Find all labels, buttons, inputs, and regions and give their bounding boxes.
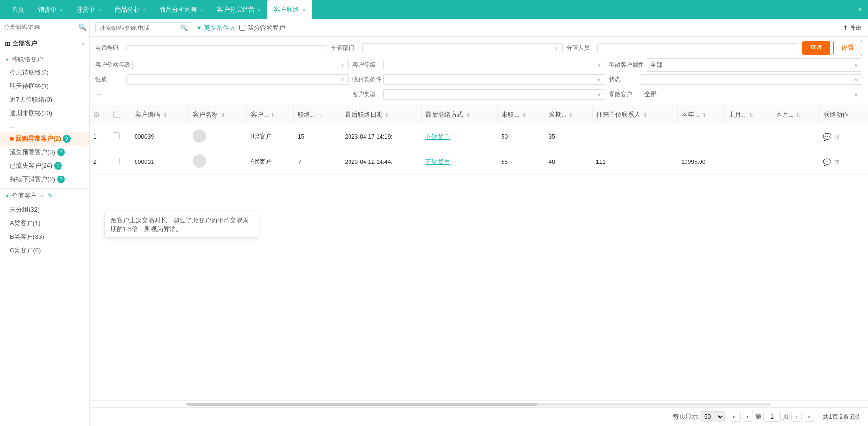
- overdue-sort-icon[interactable]: ⇅: [569, 112, 573, 118]
- nav-item-home[interactable]: 首页: [5, 0, 31, 19]
- this-year-sort-icon[interactable]: ⇅: [702, 112, 706, 118]
- row2-last-method-link[interactable]: 下销货单: [425, 158, 450, 165]
- contact-sort-icon[interactable]: ⇅: [319, 112, 322, 118]
- col-last-month: 上月... ⇅: [725, 105, 772, 124]
- per-page-select[interactable]: 50 20 100: [700, 411, 725, 422]
- phone-input[interactable]: [126, 45, 327, 50]
- row1-last-method-link[interactable]: 下销货单: [425, 133, 450, 140]
- customer-level-input[interactable]: ∨: [383, 60, 606, 70]
- more-dots[interactable]: ···: [95, 91, 100, 98]
- export-button[interactable]: ⬆ 导出: [843, 24, 862, 32]
- sidebar-item-b-class[interactable]: B类客户(33): [0, 230, 89, 244]
- status-input[interactable]: ∨: [640, 74, 862, 85]
- sidebar-item-today[interactable]: 今天待联络(0): [0, 66, 89, 79]
- gender-input[interactable]: ∨: [126, 74, 349, 85]
- table-gear-icon[interactable]: ⚙: [93, 110, 100, 118]
- nav-item-purchase[interactable]: 进货单 ×: [69, 0, 107, 19]
- settings-button[interactable]: 设置: [833, 41, 862, 55]
- row2-checkbox-input[interactable]: [113, 158, 120, 164]
- close-customer-tier-icon[interactable]: ×: [258, 7, 260, 13]
- name-sort-icon[interactable]: ⇅: [221, 112, 225, 118]
- price-level-input[interactable]: ∨: [132, 60, 349, 70]
- col-overdue: 逾期... ⇅: [545, 105, 592, 124]
- type-sort-icon[interactable]: ⇅: [271, 112, 275, 118]
- header-checkbox[interactable]: [113, 111, 120, 118]
- payment-input[interactable]: ∨: [383, 74, 606, 85]
- my-customers-checkbox[interactable]: [239, 25, 245, 31]
- not-contacted-sort-icon[interactable]: ⇅: [522, 112, 526, 118]
- prev-page-btn[interactable]: ‹: [743, 412, 753, 422]
- horizontal-scrollbar[interactable]: [90, 400, 868, 407]
- person-input[interactable]: ···: [597, 43, 798, 53]
- query-button[interactable]: 查询: [802, 41, 830, 55]
- price-level-chevron-icon: ∨: [341, 62, 344, 68]
- value-edit-icon[interactable]: ○: [41, 192, 44, 199]
- col-contact: 联络... ⇅: [294, 105, 341, 124]
- last-date-sort-icon[interactable]: ⇅: [385, 112, 389, 118]
- customer-type-input[interactable]: ∨: [383, 89, 606, 100]
- nav-item-customer-contact[interactable]: 客户联络 ×: [267, 0, 312, 19]
- export-icon: ⬆: [843, 24, 848, 31]
- window-close-button[interactable]: ×: [858, 5, 862, 14]
- sidebar-item-more[interactable]: ...: [0, 120, 89, 132]
- sidebar-item-churned[interactable]: 已流失客户(24) ?: [0, 159, 89, 173]
- arrow-down-icon: ▼: [5, 57, 10, 62]
- page-number-input[interactable]: [763, 412, 781, 422]
- sidebar-item-ungrouped[interactable]: 未分组(32): [0, 203, 89, 217]
- nav-item-goods-list[interactable]: 商品分析列表 ×: [152, 0, 210, 19]
- nav-item-sales[interactable]: 销货单 ×: [31, 0, 69, 19]
- repeat-purchase-badge: ?: [63, 135, 71, 143]
- row1-chat-icon[interactable]: 💬: [823, 133, 831, 141]
- row2-chat-icon[interactable]: 💬: [823, 158, 831, 166]
- sidebar-collapse-btn[interactable]: »: [81, 41, 84, 46]
- table-row: 2 000031 A类客户 7 2023-04-12 14:44: 下销货单 5…: [90, 149, 868, 175]
- sidebar-item-overdue[interactable]: 逾期未联络(30): [0, 106, 89, 120]
- last-month-sort-icon[interactable]: ⇅: [749, 112, 753, 118]
- close-goods-list-icon[interactable]: ×: [200, 7, 203, 13]
- more-conditions-btn[interactable]: ▼ 更多条件 ∧: [196, 24, 235, 32]
- sidebar-search-icon[interactable]: 🔍: [78, 23, 87, 31]
- close-purchase-icon[interactable]: ×: [98, 7, 101, 13]
- person-more-icon: ···: [790, 45, 794, 51]
- sidebar-all-customers[interactable]: ⊞ 全部客户 »: [0, 35, 89, 52]
- next-page-btn[interactable]: ›: [791, 412, 802, 422]
- company-contact-sort-icon[interactable]: ⇅: [643, 112, 647, 118]
- row1-qr-icon[interactable]: ⊞: [834, 133, 840, 141]
- first-page-btn[interactable]: «: [729, 412, 741, 422]
- close-sales-icon[interactable]: ×: [60, 7, 62, 13]
- nav-item-customer-tier[interactable]: 客户分层经营 ×: [210, 0, 267, 19]
- sidebar-item-repeat-purchase[interactable]: 回购异常客户(2) ?: [0, 132, 89, 146]
- sidebar-item-7days[interactable]: 近7天待联络(0): [0, 93, 89, 106]
- row1-overdue: 35: [545, 124, 592, 149]
- value-edit2-icon[interactable]: ✎: [48, 192, 53, 199]
- sidebar-item-a-class[interactable]: A类客户(1): [0, 217, 89, 230]
- sidebar-search-input[interactable]: [4, 24, 76, 30]
- close-customer-contact-icon[interactable]: ×: [302, 7, 305, 13]
- dept-input[interactable]: ∨: [362, 43, 563, 53]
- search-input[interactable]: [100, 25, 178, 31]
- retail-customer-input[interactable]: 全部 ∨: [640, 88, 862, 101]
- last-page-btn[interactable]: »: [804, 412, 816, 422]
- row2-contact: 7: [294, 149, 341, 175]
- row1-checkbox-input[interactable]: [113, 132, 120, 139]
- col-not-contacted: 未联... ⇅: [498, 105, 545, 124]
- sidebar-value-group: ▼ 价值客户 ○ ✎ 未分组(32) A类客户(1) B类客户(33) C类客户…: [0, 188, 89, 257]
- sidebar-item-declining[interactable]: 持续下滑客户(2) ?: [0, 173, 89, 186]
- sidebar-item-tomorrow[interactable]: 明天待联络(1): [0, 79, 89, 93]
- sidebar-pending-group: ▼ 待联络客户: [0, 52, 89, 66]
- search-bar-icon[interactable]: 🔍: [180, 24, 188, 31]
- row1-avatar: [193, 129, 206, 143]
- row2-qr-icon[interactable]: ⊞: [834, 158, 840, 166]
- sidebar-item-c-class[interactable]: C类客户(6): [0, 244, 89, 257]
- this-month-sort-icon[interactable]: ⇅: [796, 112, 800, 118]
- row2-not-contacted: 55: [498, 149, 545, 175]
- retail-attr-input[interactable]: 全部 ∨: [646, 58, 862, 72]
- row1-code: 000039: [131, 124, 189, 149]
- sidebar-item-churn-warning[interactable]: 流失预警客户(3) ?: [0, 146, 89, 159]
- nav-item-goods-analysis[interactable]: 商品分析 ×: [108, 0, 152, 19]
- col-this-year: 本年... ⇅: [677, 105, 725, 124]
- close-goods-analysis-icon[interactable]: ×: [143, 7, 146, 13]
- last-method-sort-icon[interactable]: ⇅: [466, 112, 470, 118]
- code-sort-icon[interactable]: ⇅: [163, 112, 167, 118]
- row2-action-icons: 💬 ⊞: [823, 158, 864, 166]
